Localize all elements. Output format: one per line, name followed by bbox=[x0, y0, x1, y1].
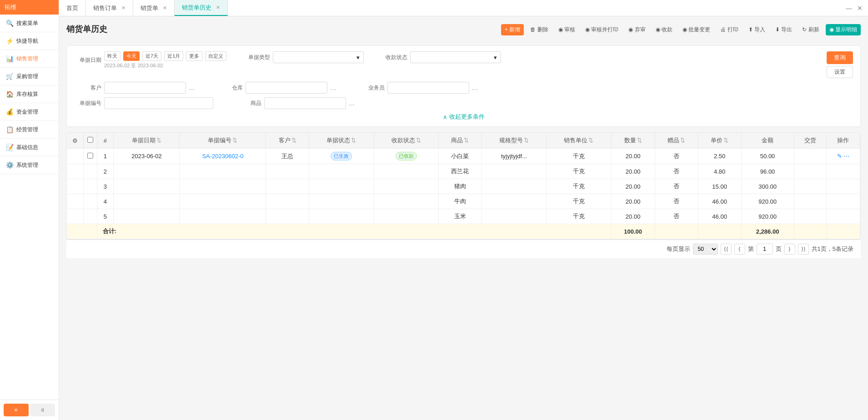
col-spec[interactable]: 规格型号⇅ bbox=[482, 133, 546, 149]
show-detail-button[interactable]: ◉ 显示明细 bbox=[826, 24, 861, 35]
tab-sales-delivery[interactable]: 销货单 ✕ bbox=[133, 0, 175, 16]
col-customer[interactable]: 客户⇅ bbox=[266, 133, 309, 149]
cell-date bbox=[114, 194, 180, 209]
page-next-btn[interactable]: ⟩ bbox=[784, 244, 795, 255]
import-button[interactable]: ⬆ 导入 bbox=[745, 24, 769, 35]
query-button[interactable]: 查询 bbox=[827, 51, 853, 64]
cell-spec bbox=[482, 164, 546, 179]
batch-change-button[interactable]: ◉ 批量变更 bbox=[679, 24, 714, 35]
delete-button[interactable]: 🗑 删除 bbox=[527, 24, 552, 35]
cell-amount: 300.00 bbox=[741, 179, 794, 194]
table-body: 1 2023-06-02 SA-20230602-0 王总 已生效 已收款 小白… bbox=[67, 149, 860, 224]
cell-doc-status bbox=[309, 164, 374, 179]
sidebar-setting-btn[interactable]: ⏸ bbox=[30, 404, 55, 416]
filter-warehouse-dots[interactable]: ... bbox=[330, 84, 336, 92]
sort-docno-icon: ⇅ bbox=[232, 137, 237, 144]
sidebar-item-inventory[interactable]: 🏠 库存核算 bbox=[0, 85, 59, 103]
cell-customer bbox=[266, 209, 309, 224]
tab-sales-order-close[interactable]: ✕ bbox=[121, 5, 125, 11]
window-close-btn[interactable]: ✕ bbox=[855, 4, 864, 13]
filter-customer-dots[interactable]: ... bbox=[189, 84, 195, 92]
col-price[interactable]: 单价⇅ bbox=[698, 133, 741, 149]
date-1month-btn[interactable]: 近1月 bbox=[164, 51, 183, 61]
edit-action[interactable]: ✎ bbox=[837, 153, 842, 160]
col-customer-label: 客户 bbox=[279, 137, 291, 144]
page-size-select[interactable]: 50 20 100 bbox=[693, 244, 718, 255]
row-checkbox[interactable] bbox=[87, 153, 93, 159]
tab-sales-history[interactable]: 销货单历史 ✕ bbox=[175, 0, 228, 16]
page-first-btn[interactable]: ⟨⟨ bbox=[721, 244, 732, 255]
new-button[interactable]: + 新增 bbox=[501, 24, 524, 35]
select-all-checkbox[interactable] bbox=[87, 137, 93, 143]
filter-pay-status-select[interactable]: ▾ bbox=[410, 51, 501, 63]
collapse-row[interactable]: ∧ 收起更多条件 bbox=[74, 113, 853, 121]
cell-gift: 否 bbox=[655, 194, 698, 209]
col-doc-no[interactable]: 单据编号⇅ bbox=[180, 133, 266, 149]
cell-actions bbox=[826, 164, 860, 179]
sidebar-item-basic-info[interactable]: 📝 基础信息 bbox=[0, 139, 59, 156]
date-7days-btn[interactable]: 近7天 bbox=[142, 51, 161, 61]
doc-no-link[interactable]: SA-20230602-0 bbox=[202, 153, 243, 160]
sidebar-item-finance[interactable]: 💰 资金管理 bbox=[0, 103, 59, 121]
date-custom-btn[interactable]: 自定义 bbox=[205, 51, 226, 61]
sys-icon: ⚙️ bbox=[5, 161, 14, 169]
cell-trade bbox=[794, 194, 826, 209]
sort-spec-icon: ⇅ bbox=[524, 137, 529, 144]
page-prev-btn[interactable]: ⟨ bbox=[734, 244, 745, 255]
cell-gift: 否 bbox=[655, 209, 698, 224]
sidebar-item-search-menu[interactable]: 🔍 搜索菜单 bbox=[0, 15, 59, 32]
window-minimize-btn[interactable]: — bbox=[844, 4, 853, 13]
filter-goods-input[interactable] bbox=[264, 97, 346, 109]
cell-date: 2023-06-02 bbox=[114, 149, 180, 164]
filter-customer-label: 客户 bbox=[74, 84, 101, 92]
audit-print-button[interactable]: ◉ 审核并打印 bbox=[582, 24, 622, 35]
col-date[interactable]: 单据日期⇅ bbox=[114, 133, 180, 149]
filter-staff-input[interactable] bbox=[387, 82, 469, 94]
tab-sales-delivery-close[interactable]: ✕ bbox=[163, 5, 167, 11]
print-button[interactable]: 🖨 打印 bbox=[717, 24, 742, 35]
filter-doc-no-input[interactable] bbox=[104, 97, 213, 109]
tab-sales-order[interactable]: 销售订单 ✕ bbox=[86, 0, 133, 16]
col-action: 操作 bbox=[826, 133, 860, 149]
filter-goods-dots[interactable]: ... bbox=[349, 99, 355, 107]
page-number-input[interactable] bbox=[757, 244, 773, 255]
date-more-btn[interactable]: 更多 bbox=[186, 51, 202, 61]
export-button[interactable]: ⬇ 导出 bbox=[772, 24, 796, 35]
more-action[interactable]: ⋯ bbox=[843, 153, 849, 160]
cell-qty: 20.00 bbox=[611, 194, 655, 209]
col-gift[interactable]: 赠品⇅ bbox=[655, 133, 698, 149]
col-unit[interactable]: 销售单位⇅ bbox=[547, 133, 611, 149]
sort-unit-icon: ⇅ bbox=[588, 137, 593, 144]
collect-button[interactable]: ◉ 收款 bbox=[652, 24, 676, 35]
col-gear[interactable]: ⚙ bbox=[67, 133, 83, 149]
date-today-btn[interactable]: 今天 bbox=[123, 51, 140, 61]
sidebar-item-purchase-mgmt[interactable]: 🛒 采购管理 bbox=[0, 68, 59, 85]
col-doc-status[interactable]: 单据状态⇅ bbox=[309, 133, 374, 149]
sidebar-collapse-btn[interactable]: ☀ bbox=[4, 404, 29, 416]
sidebar-item-sys-mgmt[interactable]: ⚙️ 系统管理 bbox=[0, 156, 59, 174]
date-yesterday-btn[interactable]: 昨天 bbox=[104, 51, 120, 61]
filter-staff-dots[interactable]: ... bbox=[472, 84, 478, 92]
sidebar-item-quick-nav[interactable]: ⚡ 快捷导航 bbox=[0, 32, 59, 50]
refresh-button[interactable]: ↻ 刷新 bbox=[798, 24, 823, 35]
cell-pay-status: 已收款 bbox=[374, 149, 438, 164]
tab-sales-history-close[interactable]: ✕ bbox=[216, 5, 220, 10]
sidebar-item-operations[interactable]: 📋 经营管理 bbox=[0, 121, 59, 139]
tab-home[interactable]: 首页 bbox=[59, 0, 86, 16]
audit-button[interactable]: ◉ 审核 bbox=[555, 24, 579, 35]
filter-customer-input[interactable] bbox=[104, 82, 186, 94]
main-table: ⚙ # 单据日期⇅ 单据编号⇅ 客户⇅ 单据状态⇅ 收款状态⇅ 商品⇅ 规格型号… bbox=[67, 133, 860, 239]
filter-type-select[interactable]: ▾ bbox=[273, 51, 364, 63]
page-last-btn[interactable]: ⟩⟩ bbox=[798, 244, 809, 255]
col-pay-status[interactable]: 收款状态⇅ bbox=[374, 133, 438, 149]
discard-button[interactable]: ◉ 弃审 bbox=[625, 24, 649, 35]
cell-qty: 20.00 bbox=[611, 209, 655, 224]
filter-warehouse-input[interactable] bbox=[246, 82, 327, 94]
col-goods[interactable]: 商品⇅ bbox=[438, 133, 482, 149]
cell-price: 2.50 bbox=[698, 149, 741, 164]
sidebar-logo: 拓维 bbox=[5, 3, 16, 11]
set-button[interactable]: 设置 bbox=[827, 66, 853, 78]
col-checkbox[interactable] bbox=[83, 133, 97, 149]
sidebar-item-sales-mgmt[interactable]: 📊 销售管理 bbox=[0, 50, 59, 68]
col-qty[interactable]: 数量⇅ bbox=[611, 133, 655, 149]
